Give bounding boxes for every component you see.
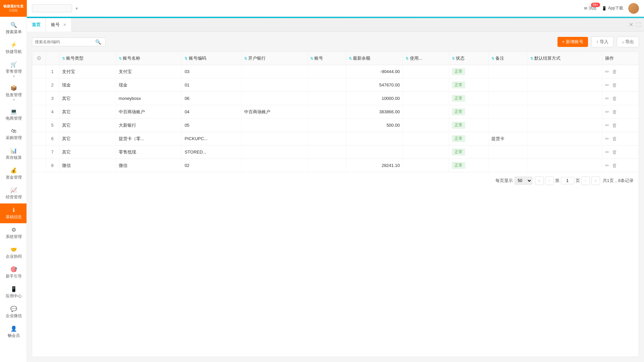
delete-icon[interactable]: 🗑 <box>612 82 617 88</box>
th-status[interactable]: ⇅ 状态 <box>449 52 488 65</box>
sidebar-item-basic[interactable]: ℹ 基础信息 <box>0 203 26 223</box>
row-checkbox[interactable] <box>32 78 46 92</box>
delete-icon[interactable]: 🗑 <box>612 109 617 115</box>
sidebar-item-wholesale[interactable]: 📦 批发管理 ▾ <box>0 81 26 105</box>
sidebar-item-operation[interactable]: 📈 经营管理 <box>0 184 26 203</box>
edit-icon[interactable]: ✏ <box>605 122 609 128</box>
sidebar-item-member[interactable]: 👤 畅会员 <box>0 322 26 342</box>
prev-page-button[interactable]: ‹ <box>545 176 554 185</box>
sidebar-item-appcenter[interactable]: 📱 应用中心 <box>0 283 26 302</box>
tab-account[interactable]: 账号 ✕ <box>46 18 72 32</box>
maximize-icon[interactable]: ⛶ <box>636 22 641 27</box>
row-account <box>307 92 346 105</box>
status-badge: 正常 <box>452 148 465 156</box>
column-settings-icon[interactable]: ⚙ <box>37 55 41 61</box>
sidebar-item-inventory[interactable]: 📊 库存核算 <box>0 144 26 164</box>
account-search-input[interactable] <box>35 40 95 44</box>
next-page-button[interactable]: › <box>581 176 590 185</box>
row-account <box>307 78 346 92</box>
user-avatar[interactable] <box>628 3 639 14</box>
search-icon[interactable]: 🔍 <box>95 39 101 45</box>
sidebar-item-ecommerce[interactable]: 💻 电商管理 <box>0 105 26 125</box>
th-type[interactable]: ⇅ 账号类型 <box>59 52 116 65</box>
status-badge: 正常 <box>452 68 465 75</box>
page-content: 🔍 + 新增账号 ↑ 导入 ↓ 导出 ⚙ ⇅ 账号类型 ⇅ 账号名称 <box>27 32 644 362</box>
edit-icon[interactable]: ✏ <box>605 69 609 75</box>
edit-icon[interactable]: ✏ <box>605 149 609 155</box>
delete-icon[interactable]: 🗑 <box>612 69 617 74</box>
close-window-icon[interactable]: ✕ <box>629 21 633 28</box>
sidebar: 畅捷通好生意 乐惠版 🔍 搜索菜单 ⚡ 快捷导航 🛒 零售管理 ▾ 📦 批发管理… <box>0 0 27 362</box>
row-bank: 中百商场账户 <box>241 105 307 119</box>
tab-close-icon[interactable]: ✕ <box>63 22 66 27</box>
sidebar-item-label: 快捷导航 <box>6 49 22 55</box>
first-page-button[interactable]: « <box>535 176 544 185</box>
basic-icon: ℹ <box>13 207 15 213</box>
sidebar-item-guide[interactable]: 🎯 新手引导 <box>0 263 26 283</box>
export-button[interactable]: ↓ 导出 <box>617 37 639 47</box>
row-num: 2 <box>46 78 59 92</box>
sidebar-item-label: 系统管理 <box>6 234 22 240</box>
row-checkbox[interactable] <box>32 159 46 172</box>
sidebar-item-retail[interactable]: 🛒 零售管理 ▾ <box>0 58 26 81</box>
th-usage[interactable]: ⇅ 使用... <box>402 52 449 65</box>
edit-icon[interactable]: ✏ <box>605 163 609 169</box>
edit-icon[interactable]: ✏ <box>605 96 609 102</box>
table-row: 6 其它 提货卡（零... PICKUPC... 正常 提货卡 ✏ 🗑 <box>32 132 639 145</box>
sidebar-item-purchase[interactable]: 🛍 采购管理 <box>0 125 26 144</box>
message-icon: ✉ <box>584 6 587 11</box>
message-button[interactable]: ✉ 消息 99+ <box>584 5 597 11</box>
edit-icon[interactable]: ✏ <box>605 82 609 88</box>
sidebar-item-finance[interactable]: 💰 资金管理 <box>0 164 26 184</box>
row-checkbox[interactable] <box>32 65 46 78</box>
th-code[interactable]: ⇅ 账号编码 <box>182 52 241 65</box>
contract-icon: 🤝 <box>10 246 17 253</box>
global-search-input[interactable] <box>32 4 72 12</box>
header-right: ✉ 消息 99+ 📱 App下载 <box>584 3 639 14</box>
row-type: 现金 <box>59 78 116 92</box>
th-bank[interactable]: ⇅ 开户银行 <box>241 52 307 65</box>
delete-icon[interactable]: 🗑 <box>612 149 617 155</box>
tab-home[interactable]: 首页 <box>27 18 46 32</box>
th-settlement[interactable]: ⇅ 默认结算方式 <box>527 52 602 65</box>
row-num: 6 <box>46 132 59 145</box>
th-balance[interactable]: ⇅ 最新余额 <box>346 52 402 65</box>
row-checkbox[interactable] <box>32 132 46 145</box>
delete-icon[interactable]: 🗑 <box>612 163 617 168</box>
dropdown-icon[interactable]: ▾ <box>75 6 78 11</box>
status-badge: 正常 <box>452 162 465 169</box>
th-notes[interactable]: ⇅ 备注 <box>488 52 527 65</box>
import-button[interactable]: ↑ 导入 <box>591 37 613 47</box>
row-num: 5 <box>46 119 59 132</box>
sidebar-item-search[interactable]: 🔍 搜索菜单 <box>0 18 26 38</box>
add-account-button[interactable]: + 新增账号 <box>557 37 588 47</box>
row-checkbox[interactable] <box>32 119 46 132</box>
edit-icon[interactable]: ✏ <box>605 109 609 115</box>
edit-icon[interactable]: ✏ <box>605 136 609 142</box>
sidebar-item-system[interactable]: ⚙ 系统管理 <box>0 223 26 243</box>
page-number-input[interactable] <box>561 177 574 184</box>
row-usage <box>402 119 449 132</box>
delete-icon[interactable]: 🗑 <box>612 96 617 101</box>
sidebar-item-label: 资金管理 <box>6 175 22 180</box>
per-page-select[interactable]: 50 20 100 <box>515 177 532 185</box>
sidebar-item-contract[interactable]: 🤝 企业协同 <box>0 243 26 263</box>
member-icon: 👤 <box>10 325 17 332</box>
row-checkbox[interactable] <box>32 145 46 159</box>
row-name: moneybosx <box>116 92 182 105</box>
last-page-button[interactable]: » <box>591 176 600 185</box>
th-name[interactable]: ⇅ 账号名称 <box>116 52 182 65</box>
message-badge: 99+ <box>591 3 600 7</box>
sidebar-item-label: 零售管理 <box>6 69 22 74</box>
row-checkbox[interactable] <box>32 105 46 119</box>
download-icon: 📱 <box>602 6 607 11</box>
delete-icon[interactable]: 🗑 <box>612 136 617 141</box>
app-download-button[interactable]: 📱 App下载 <box>602 5 623 11</box>
row-checkbox[interactable] <box>32 92 46 105</box>
table-row: 7 其它 零售抵现 STORED... 正常 ✏ 🗑 <box>32 145 639 159</box>
th-account[interactable]: ⇅ 账号 <box>307 52 346 65</box>
delete-icon[interactable]: 🗑 <box>612 122 617 128</box>
sidebar-item-wechat[interactable]: 💬 企业微信 <box>0 302 26 322</box>
sidebar-item-quicknav[interactable]: ⚡ 快捷导航 <box>0 38 26 58</box>
sidebar-item-label: 搜索菜单 <box>6 29 22 35</box>
